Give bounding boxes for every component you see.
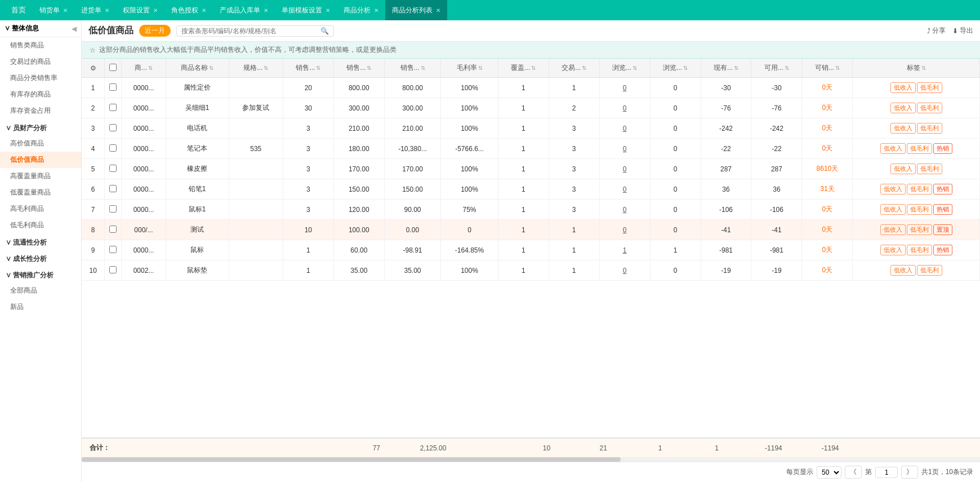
nav-template[interactable]: 单据模板设置 ✕ <box>275 0 337 20</box>
close-icon[interactable]: ✕ <box>374 7 378 14</box>
nav-role[interactable]: 角色授权 ✕ <box>164 0 213 20</box>
browse1-link[interactable]: 0 <box>623 165 627 173</box>
close-icon[interactable]: ✕ <box>153 7 158 14</box>
select-all-checkbox[interactable] <box>109 64 117 71</box>
td-checkbox[interactable] <box>105 220 122 240</box>
td-checkbox[interactable] <box>105 98 122 118</box>
browse1-link[interactable]: 0 <box>623 185 627 193</box>
sidebar-item-low-value[interactable]: 低价值商品 <box>0 152 81 168</box>
th-current[interactable]: 现有...⇅ <box>701 59 751 78</box>
sidebar-item-all-goods[interactable]: 全部商品 <box>0 282 81 299</box>
th-gross-margin[interactable]: 毛利率⇅ <box>441 59 498 78</box>
th-available[interactable]: 可用...⇅ <box>751 59 802 78</box>
export-button[interactable]: ⬇ 导出 <box>952 26 973 36</box>
search-icon[interactable]: 🔍 <box>320 27 329 35</box>
nav-permission[interactable]: 权限设置 ✕ <box>116 0 164 20</box>
th-browse2[interactable]: 浏览...⇅ <box>650 59 701 78</box>
th-sales-amount2[interactable]: 销售...⇅ <box>384 59 440 78</box>
nav-analysis[interactable]: 商品分析 ✕ <box>337 0 385 20</box>
th-code[interactable]: 商...⇅ <box>122 59 166 78</box>
sidebar-item-stocked-goods[interactable]: 有库存的商品 <box>0 86 81 103</box>
row-checkbox[interactable] <box>109 225 117 233</box>
td-checkbox[interactable] <box>105 179 122 200</box>
td-name: 吴细细1 <box>166 98 229 118</box>
scrollbar-track[interactable] <box>82 457 980 462</box>
td-available: 36 <box>751 179 802 200</box>
td-sales-amount2: 210.00 <box>384 118 440 139</box>
sidebar-item-high-value[interactable]: 高价值商品 <box>0 135 81 152</box>
th-browse1[interactable]: 浏览...⇅ <box>599 59 650 78</box>
th-transaction[interactable]: 交易...⇅ <box>549 59 599 78</box>
nav-sales[interactable]: 销货单 ✕ <box>33 0 74 20</box>
td-checkbox[interactable] <box>105 200 122 220</box>
nav-home[interactable]: 首页 <box>5 0 33 20</box>
per-page-select[interactable]: 50 <box>817 466 841 479</box>
next-page-button[interactable]: 》 <box>901 466 918 479</box>
td-code: 0000... <box>122 78 166 98</box>
th-spec[interactable]: 规格...⇅ <box>229 59 283 78</box>
prev-page-button[interactable]: 《 <box>845 466 862 479</box>
browse1-link[interactable]: 0 <box>623 267 627 275</box>
filter-button[interactable]: 近一月 <box>139 25 171 37</box>
browse1-link[interactable]: 0 <box>623 84 627 92</box>
row-checkbox[interactable] <box>109 165 117 172</box>
sidebar-item-traded-goods[interactable]: 交易过的商品 <box>0 54 81 70</box>
row-checkbox[interactable] <box>109 104 117 111</box>
row-checkbox[interactable] <box>109 205 117 213</box>
th-sales-qty[interactable]: 销售...⇅ <box>283 59 333 78</box>
close-icon[interactable]: ✕ <box>105 7 109 14</box>
sidebar-item-high-coverage[interactable]: 高覆盖量商品 <box>0 168 81 184</box>
th-coverage[interactable]: 覆盖...⇅ <box>498 59 549 78</box>
row-checkbox[interactable] <box>109 266 117 273</box>
nav-product-in[interactable]: 产成品入库单 ✕ <box>213 0 275 20</box>
sidebar-item-category-sales[interactable]: 商品分类销售率 <box>0 70 81 86</box>
sidebar-item-inventory-fund[interactable]: 库存资金占用 <box>0 103 81 119</box>
sidebar-item-low-coverage[interactable]: 低覆盖量商品 <box>0 184 81 201</box>
th-saleable[interactable]: 可销...⇅ <box>802 59 853 78</box>
share-button[interactable]: ⤴ 分享 <box>927 26 946 36</box>
browse1-link[interactable]: 1 <box>623 246 627 254</box>
browse1-link[interactable]: 0 <box>623 206 627 214</box>
search-input[interactable] <box>181 27 318 35</box>
browse1-link[interactable]: 0 <box>623 104 627 112</box>
settings-icon[interactable]: ⚙ <box>90 64 96 72</box>
collapse-icon[interactable]: ◀ <box>72 25 77 33</box>
td-browse1: 0 <box>599 260 650 281</box>
td-gross-margin: 100% <box>441 78 498 98</box>
th-name[interactable]: 商品名称⇅ <box>166 59 229 78</box>
close-icon[interactable]: ✕ <box>326 7 330 14</box>
nav-purchase[interactable]: 进货单 ✕ <box>74 0 116 20</box>
close-icon[interactable]: ✕ <box>264 7 268 14</box>
sidebar-item-sales-goods[interactable]: 销售类商品 <box>0 37 81 54</box>
td-checkbox[interactable] <box>105 118 122 139</box>
close-icon[interactable]: ✕ <box>436 7 440 14</box>
sidebar-item-high-margin[interactable]: 高毛利商品 <box>0 201 81 217</box>
row-checkbox[interactable] <box>109 144 117 152</box>
tag-低收入: 低收入 <box>880 204 906 215</box>
close-icon[interactable]: ✕ <box>202 7 206 14</box>
tag-低毛利: 低毛利 <box>907 224 932 235</box>
row-checkbox[interactable] <box>109 83 117 91</box>
close-icon[interactable]: ✕ <box>63 7 68 14</box>
browse1-link[interactable]: 0 <box>623 226 627 234</box>
row-checkbox[interactable] <box>109 246 117 253</box>
row-checkbox[interactable] <box>109 124 117 131</box>
browse1-link[interactable]: 0 <box>623 125 627 132</box>
td-checkbox[interactable] <box>105 260 122 281</box>
nav-analysis-list[interactable]: 商品分析列表 ✕ <box>385 0 447 20</box>
page-number-input[interactable] <box>875 467 898 478</box>
td-checkbox[interactable] <box>105 159 122 179</box>
row-checkbox[interactable] <box>109 185 117 192</box>
scrollbar-thumb[interactable] <box>82 457 621 462</box>
sidebar-item-new-goods[interactable]: 新品 <box>0 299 81 315</box>
browse1-link[interactable]: 0 <box>623 145 627 153</box>
td-checkbox[interactable] <box>105 240 122 260</box>
sidebar-item-low-margin[interactable]: 低毛利商品 <box>0 217 81 233</box>
th-sales-amount[interactable]: 销售...⇅ <box>333 59 384 78</box>
settings-header[interactable]: ⚙ <box>82 59 105 78</box>
td-checkbox[interactable] <box>105 139 122 159</box>
td-checkbox[interactable] <box>105 78 122 98</box>
checkbox-header[interactable] <box>105 59 122 78</box>
footer-cells: 77 2,125.00 10 21 1 1 -1194 -1194 <box>121 444 972 452</box>
th-tags[interactable]: 标签⇅ <box>853 59 980 78</box>
